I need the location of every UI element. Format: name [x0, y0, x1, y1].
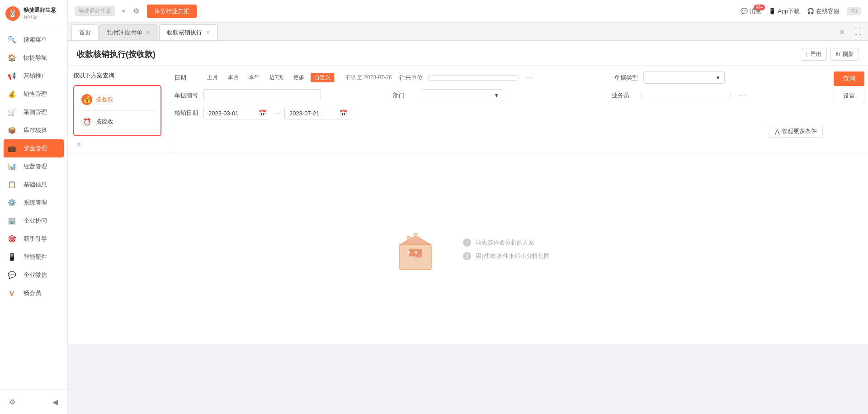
date-separator: —	[275, 110, 281, 117]
date-custom-badge[interactable]: 自定义	[311, 73, 334, 82]
sidebar-item-hardware[interactable]: 📱 智能硬件	[0, 248, 67, 266]
tab-window-expand[interactable]: ⛶	[852, 26, 864, 38]
sidebar-item-guide[interactable]: 🎯 新手引导	[0, 230, 67, 248]
refresh-button[interactable]: ↻ 刷新	[830, 48, 859, 61]
filter-options-box: 💰 按收款 ⏰ 按应收	[73, 85, 161, 136]
sidebar-settings-icon[interactable]: ⚙	[5, 395, 19, 409]
tab-home[interactable]: 首页	[71, 24, 99, 40]
partner-dots-btn[interactable]: ···	[522, 74, 538, 82]
doctype-select[interactable]: ▾	[643, 71, 725, 84]
query-button[interactable]: 查询	[834, 71, 864, 86]
sidebar-label-sales: 销售管理	[24, 90, 47, 98]
tip1-text: 请先选择要分析的方案	[476, 238, 534, 247]
svg-point-3	[408, 252, 410, 254]
sidebar-item-operation[interactable]: 📊 经营管理	[0, 157, 67, 176]
filter-receivable-icon: ⏰	[81, 116, 92, 127]
docno-input[interactable]	[203, 89, 321, 101]
topbar-service[interactable]: 🎧 在线客服	[807, 7, 840, 15]
sidebar-item-purchase[interactable]: 🛒 采购管理	[0, 103, 67, 121]
sidebar-collapse-icon[interactable]: ◀	[48, 395, 62, 409]
filter-option-by-receivable[interactable]: ⏰ 按应收	[79, 113, 156, 131]
sidebar-item-finance[interactable]: 💼 资金管理	[4, 139, 64, 157]
writeoff-date-range: 2023-03-01 📅 — 2023-07-21 📅	[203, 107, 352, 119]
service-icon: 🎧	[807, 8, 814, 14]
topbar-brand-text: 畅捷通好生意	[75, 6, 115, 16]
tab-advance-payment-close[interactable]: ✕	[146, 29, 151, 36]
operation-icon: 📊	[7, 162, 16, 171]
topbar-gear-icon[interactable]: ⚙	[129, 4, 143, 19]
app-icon: 📱	[769, 8, 776, 14]
enterprise-icon: 🏢	[7, 216, 16, 225]
date-btn-last-month[interactable]: 上月	[203, 72, 222, 83]
filter-right: 日期 上月 本月 本年 近7天 更多 自定义	[167, 66, 868, 153]
setting-button[interactable]: 设置	[834, 89, 864, 103]
tab-advance-payment-label: 预付冲应付单	[107, 29, 142, 37]
empty-svg	[386, 220, 445, 279]
sidebar-item-member[interactable]: V 畅会员	[0, 284, 67, 302]
page-title: 收款核销执行(按收款)	[77, 49, 156, 60]
logo-icon: 🐰	[5, 6, 20, 21]
writeoff-start-input[interactable]: 2023-03-01 📅	[203, 107, 271, 119]
tab-window-close[interactable]: ✕	[835, 26, 848, 38]
filter-option-by-receipt[interactable]: 💰 按收款	[79, 90, 156, 109]
topbar-brand: 畅捷通好生意	[75, 6, 115, 16]
filter-receipt-label: 按收款	[96, 95, 113, 104]
filter-collapse-button[interactable]: »	[73, 140, 161, 148]
logo-sub: 标准版	[24, 14, 56, 20]
sidebar-item-marketing[interactable]: 📢 营销推广	[0, 67, 67, 85]
staff-label: 业务员	[612, 91, 637, 100]
filter-panel: 按以下方案查询 💰 按收款 ⏰ 按应收 »	[68, 66, 868, 153]
filter-form-query: 日期 上月 本月 本年 近7天 更多 自定义	[167, 66, 868, 148]
sidebar-label-enterprise: 企业协同	[24, 217, 47, 225]
filter-form: 日期 上月 本月 本年 近7天 更多 自定义	[167, 66, 830, 148]
empty-state: 1 请先选择要分析的方案 2 用[过滤]条件来缩小分析范围	[68, 154, 868, 344]
tab-receipt-writeoff-close[interactable]: ✕	[206, 29, 210, 36]
sidebar-label-wechat: 企业微信	[24, 271, 47, 279]
sidebar-item-sales[interactable]: 💰 销售管理	[0, 85, 67, 103]
sidebar-label-hardware: 智能硬件	[24, 253, 47, 261]
topbar-app-download[interactable]: 📱 App下载	[769, 7, 800, 15]
filter-receivable-label: 按应收	[96, 118, 113, 126]
tip2-text: 用[过滤]条件来缩小分析范围	[476, 252, 549, 260]
page-header: 收款核销执行(按收款) ↑ 导出 ↻ 刷新	[68, 41, 868, 66]
sidebar-item-search-menu[interactable]: 🔍 搜索菜单	[0, 31, 67, 49]
message-badge: 99+	[754, 5, 765, 10]
filter-writeoff-date-field: 核销日期 2023-03-01 📅 — 2023-07-21	[175, 107, 823, 119]
sidebar-item-enterprise[interactable]: 🏢 企业协同	[0, 212, 67, 230]
collapse-more-btn[interactable]: ⋀ 收起更多条件	[769, 125, 823, 138]
tab-advance-payment[interactable]: 预付冲应付单 ✕	[99, 24, 158, 40]
svg-point-4	[415, 252, 417, 254]
page-content: 收款核销执行(按收款) ↑ 导出 ↻ 刷新 按以下方案查询 💰	[68, 41, 868, 414]
topbar-user[interactable]: Rit	[847, 7, 861, 15]
main-area: 畅捷通好生意 ▾ ⚙ 休假行业方案 💬 消息 99+ 📱 App下载 🎧 在线客…	[68, 0, 868, 414]
partner-input[interactable]	[428, 75, 519, 81]
query-actions: 查询 设置	[830, 66, 868, 148]
date-btn-this-month[interactable]: 本月	[224, 72, 242, 83]
sidebar-item-inventory[interactable]: 📦 库存核算	[0, 121, 67, 139]
staff-input[interactable]	[641, 93, 731, 98]
sidebar-item-quick-nav[interactable]: 🏠 快捷导航	[0, 49, 67, 67]
date-btn-7days[interactable]: 近7天	[266, 72, 287, 83]
date-btn-more[interactable]: 更多	[290, 72, 308, 83]
docno-label: 单据编号	[175, 91, 200, 100]
sidebar-item-basic-info[interactable]: 📋 基础信息	[0, 176, 67, 194]
dept-select[interactable]: ▾	[422, 89, 503, 101]
date-no-limit: 不限 至 2023-07-26	[345, 74, 392, 81]
sidebar-label-inventory: 库存核算	[24, 126, 47, 134]
writeoff-end-input[interactable]: 2023-07-21 📅	[284, 107, 352, 119]
tab-receipt-writeoff[interactable]: 收款核销执行 ✕	[159, 24, 218, 40]
export-button[interactable]: ↑ 导出	[801, 48, 827, 61]
topbar-chevron-icon: ▾	[122, 8, 125, 14]
topbar-message[interactable]: 💬 消息 99+	[741, 7, 761, 15]
staff-dots-btn[interactable]: ···	[735, 91, 750, 100]
svg-point-6	[414, 233, 417, 237]
sidebar-label-search-menu: 搜索菜单	[24, 36, 47, 44]
sidebar-item-system[interactable]: ⚙️ 系统管理	[0, 194, 67, 212]
tabbar: 首页 预付冲应付单 ✕ 收款核销执行 ✕ ✕ ⛶	[68, 23, 868, 41]
topbar-right: 💬 消息 99+ 📱 App下载 🎧 在线客服 Rit	[741, 7, 861, 15]
solution-button[interactable]: 休假行业方案	[147, 5, 197, 18]
sidebar-item-wechat[interactable]: 💬 企业微信	[0, 266, 67, 284]
search-menu-icon: 🔍	[7, 35, 16, 44]
date-btn-this-year[interactable]: 本年	[245, 72, 263, 83]
doctype-label: 单据类型	[614, 74, 640, 82]
